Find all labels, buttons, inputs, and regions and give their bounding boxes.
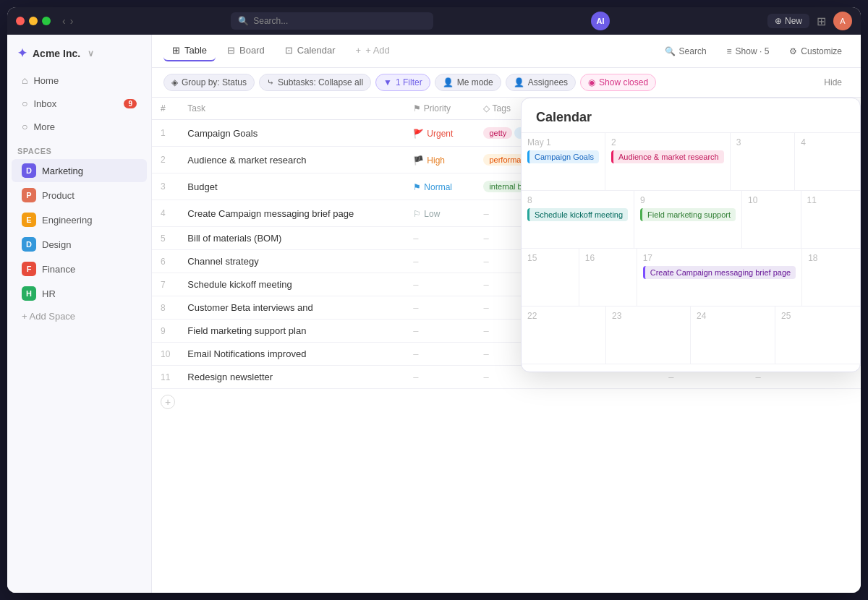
add-space-button[interactable]: + Add Space bbox=[12, 307, 147, 326]
calendar-day: 17Create Campaign messaging brief page bbox=[637, 249, 802, 306]
task-name[interactable]: Redesign newsletter bbox=[179, 366, 404, 389]
assignees-label: Assignees bbox=[528, 77, 568, 87]
sidebar-item-product[interactable]: P Product bbox=[12, 184, 147, 207]
search-icon: 🔍 bbox=[238, 16, 249, 26]
avatar[interactable]: A bbox=[833, 12, 852, 30]
hide-label: Hide bbox=[824, 77, 842, 87]
show-btn-icon: ≡ bbox=[727, 46, 732, 56]
view-tabs-right: 🔍 Search ≡ Show · 5 ⚙ Customize bbox=[658, 43, 849, 60]
task-priority[interactable]: – bbox=[404, 227, 475, 250]
task-name[interactable]: Bill of materials (BOM) bbox=[179, 227, 404, 250]
minimize-button[interactable] bbox=[29, 17, 38, 25]
nav-arrows: ‹ › bbox=[62, 15, 73, 27]
task-name[interactable]: Audience & market research bbox=[179, 147, 404, 173]
marketing-dot: D bbox=[22, 163, 36, 178]
calendar-day: 22 bbox=[522, 307, 606, 364]
me-mode-pill[interactable]: 👤 Me mode bbox=[435, 74, 501, 91]
logo-chevron: ∨ bbox=[88, 48, 94, 59]
sidebar: ✦ Acme Inc. ∨ ⌂ Home ○ Inbox 9 ○ More Sp… bbox=[7, 35, 152, 593]
task-name[interactable]: Create Campaign messaging brief page bbox=[179, 200, 404, 227]
row-number: 5 bbox=[152, 227, 179, 250]
task-priority[interactable]: – bbox=[404, 296, 475, 320]
sidebar-item-marketing[interactable]: D Marketing bbox=[12, 159, 147, 182]
back-arrow[interactable]: ‹ bbox=[62, 15, 66, 27]
calendar-day: 15 bbox=[522, 249, 579, 306]
row-number: 3 bbox=[152, 173, 179, 200]
filter-pill[interactable]: ▼ 1 Filter bbox=[375, 74, 430, 91]
tag-pill[interactable]: getty bbox=[483, 127, 512, 139]
task-name[interactable]: Field marketing support plan bbox=[179, 320, 404, 343]
grid-icon[interactable]: ⊞ bbox=[817, 14, 826, 28]
sidebar-item-more[interactable]: ○ More bbox=[12, 116, 147, 137]
task-name[interactable]: Campaign Goals bbox=[179, 120, 404, 147]
priority-header-icon: ⚑ bbox=[413, 103, 421, 113]
task-name[interactable]: Schedule kickoff meeting bbox=[179, 273, 404, 296]
group-by-label: Group by: Status bbox=[182, 77, 247, 87]
home-label: Home bbox=[33, 75, 59, 86]
calendar-day-number: 3 bbox=[736, 137, 789, 147]
task-priority[interactable]: 🏴 High bbox=[404, 147, 475, 173]
maximize-button[interactable] bbox=[42, 17, 51, 25]
task-priority[interactable]: ⚑ Normal bbox=[404, 173, 475, 200]
show-closed-label: Show closed bbox=[599, 77, 648, 87]
assignees-pill[interactable]: 👤 Assignees bbox=[506, 74, 576, 91]
task-priority[interactable]: – bbox=[404, 273, 475, 296]
task-priority[interactable]: ⚐ Low bbox=[404, 200, 475, 227]
task-name[interactable]: Customer Beta interviews and bbox=[179, 296, 404, 320]
task-priority[interactable]: – bbox=[404, 320, 475, 343]
priority-flag-icon: 🏴 bbox=[413, 155, 424, 166]
task-priority[interactable]: 🚩 Urgent bbox=[404, 120, 475, 147]
tab-calendar[interactable]: ⊡ Calendar bbox=[276, 40, 344, 61]
table-container: # Task ⚑ Priority ◇ Tags ⊟ Labels bbox=[152, 98, 861, 593]
add-view-icon: + bbox=[356, 45, 362, 56]
calendar-event[interactable]: Campaign Goals bbox=[527, 150, 599, 163]
calendar-day: 25 bbox=[775, 307, 860, 364]
task-name[interactable]: Channel strategy bbox=[179, 250, 404, 273]
calendar-event[interactable]: Field marketing support bbox=[640, 208, 736, 221]
add-row-button[interactable]: + bbox=[152, 389, 861, 415]
calendar-day: 18 bbox=[802, 249, 860, 306]
subtasks-pill[interactable]: ⤷ Subtasks: Collapse all bbox=[259, 74, 371, 91]
tab-board[interactable]: ⊟ Board bbox=[218, 40, 273, 61]
show-button[interactable]: ≡ Show · 5 bbox=[720, 43, 777, 60]
engineering-label: Engineering bbox=[42, 215, 92, 226]
task-priority[interactable]: – bbox=[404, 343, 475, 366]
sidebar-item-finance[interactable]: F Finance bbox=[12, 257, 147, 280]
table-tab-icon: ⊞ bbox=[172, 45, 180, 56]
calendar-day-number: 2 bbox=[611, 137, 724, 147]
calendar-day-number: 11 bbox=[807, 195, 854, 205]
task-priority[interactable]: – bbox=[404, 250, 475, 273]
customize-button[interactable]: ⚙ Customize bbox=[782, 43, 849, 60]
home-icon: ⌂ bbox=[22, 74, 27, 86]
calendar-week: 151617Create Campaign messaging brief pa… bbox=[522, 249, 860, 307]
calendar-event[interactable]: Create Campaign messaging brief page bbox=[643, 266, 796, 279]
show-closed-pill[interactable]: ◉ Show closed bbox=[580, 74, 656, 91]
tab-table[interactable]: ⊞ Table bbox=[163, 40, 216, 61]
hide-button[interactable]: Hide bbox=[817, 74, 849, 90]
sidebar-item-engineering[interactable]: E Engineering bbox=[12, 208, 147, 231]
forward-arrow[interactable]: › bbox=[70, 15, 74, 27]
global-search[interactable]: 🔍 Search... bbox=[231, 12, 433, 30]
task-name[interactable]: Budget bbox=[179, 173, 404, 200]
search-button[interactable]: 🔍 Search bbox=[658, 43, 714, 60]
calendar-event[interactable]: Audience & market research bbox=[611, 150, 724, 163]
close-button[interactable] bbox=[16, 17, 25, 25]
group-by-pill[interactable]: ◈ Group by: Status bbox=[163, 74, 255, 91]
add-view-button[interactable]: + + Add bbox=[347, 40, 399, 61]
calendar-day-number: 24 bbox=[697, 311, 769, 321]
task-name[interactable]: Email Notifications improved bbox=[179, 343, 404, 366]
sidebar-item-home[interactable]: ⌂ Home bbox=[12, 69, 147, 91]
calendar-event[interactable]: Schedule kickoff meeting bbox=[527, 208, 628, 221]
sidebar-item-hr[interactable]: H HR bbox=[12, 282, 147, 305]
ai-button[interactable]: AI bbox=[591, 12, 610, 30]
sidebar-item-inbox[interactable]: ○ Inbox 9 bbox=[12, 93, 147, 114]
new-button[interactable]: ⊕ New bbox=[767, 14, 809, 28]
logo[interactable]: ✦ Acme Inc. ∨ bbox=[7, 40, 151, 69]
search-btn-icon: 🔍 bbox=[665, 46, 676, 56]
finance-dot: F bbox=[22, 262, 36, 276]
calendar-day-number: 25 bbox=[781, 311, 854, 321]
task-priority[interactable]: – bbox=[404, 366, 475, 389]
show-closed-icon: ◉ bbox=[588, 77, 595, 87]
priority-flag-icon: ⚑ bbox=[413, 182, 421, 192]
sidebar-item-design[interactable]: D Design bbox=[12, 233, 147, 256]
